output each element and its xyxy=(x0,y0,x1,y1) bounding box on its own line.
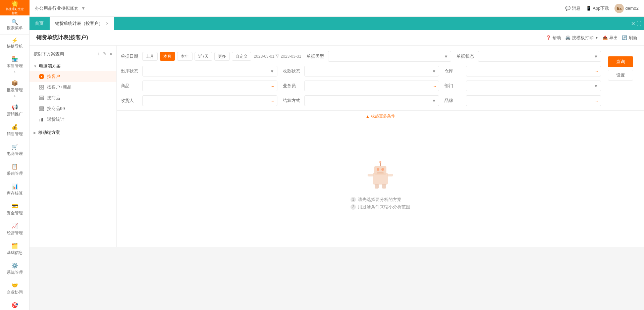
basics-icon: 🗂️ xyxy=(11,243,18,249)
help-button[interactable]: ❓ 帮助 xyxy=(546,35,561,41)
brand-input[interactable]: ··· xyxy=(466,95,601,106)
app-download-label: App下载 xyxy=(593,5,609,11)
sidebar-item-marketing[interactable]: 📢 营销推广 xyxy=(0,101,29,120)
tab-maximize-icon[interactable]: ⛶ xyxy=(637,21,641,26)
settlement-arrow: ▼ xyxy=(432,98,436,103)
logo-icon: 🌟 xyxy=(11,0,18,7)
scheme-edit-icon[interactable]: ✎ xyxy=(103,51,107,57)
date-label: 单据日期 xyxy=(121,53,140,59)
receiver-input[interactable]: ··· xyxy=(142,95,277,106)
date-btn-this-year[interactable]: 本年 xyxy=(177,52,193,61)
doc-type-arrow: ▼ xyxy=(444,54,448,59)
filter-field-receipt-status: 收款状态 ▼ xyxy=(283,66,439,76)
sidebar-item-retail[interactable]: 🏪 零售管理 ▲ xyxy=(0,52,29,76)
date-btn-last-month[interactable]: 上月 xyxy=(142,52,158,61)
export-button[interactable]: 📤 导出 xyxy=(602,35,618,41)
message-button[interactable]: 💬 消息 xyxy=(565,5,581,11)
sidebar-item-sales[interactable]: 💰 销售管理 xyxy=(0,120,29,140)
suite-dropdown-arrow[interactable]: ▼ xyxy=(81,6,86,11)
scheme-item-by-goods-99[interactable]: 按商品99 xyxy=(30,103,116,114)
scheme-group-mobile-title[interactable]: ▶ 移动端方案 xyxy=(30,127,116,138)
print-dropdown-arrow[interactable]: ▼ xyxy=(595,36,598,40)
scheme-collapse-icon[interactable]: « xyxy=(110,51,112,57)
collapse-bar[interactable]: ▲ 收起更多条件 xyxy=(117,110,644,122)
date-btn-custom[interactable]: 自定义 xyxy=(232,52,251,61)
goods-input[interactable]: ··· xyxy=(142,81,277,91)
scheme-add-icon[interactable]: + xyxy=(97,51,100,57)
doc-status-input[interactable]: ▼ xyxy=(478,51,601,62)
sidebar-label-ecommerce: 电商管理 xyxy=(7,151,23,157)
by-customer-goods-icon xyxy=(39,85,44,90)
warehouse-input[interactable]: ··· xyxy=(466,66,601,76)
user-menu[interactable]: Ea demo2 xyxy=(614,4,639,13)
sidebar-item-purchase[interactable]: 📋 采购管理 xyxy=(0,160,29,180)
sidebar: 🌟 畅捷通好生意 标版 🔍 搜索菜单 ⚡ 快捷导航 🏪 零售管理 ▲ 📦 批发管… xyxy=(0,0,30,310)
date-btn-more[interactable]: 更多 xyxy=(214,52,230,61)
out-status-input[interactable]: ▼ xyxy=(142,66,277,76)
date-btn-this-month[interactable]: 本月 xyxy=(160,52,175,61)
by-customer-icon: ● xyxy=(39,74,44,79)
sidebar-item-inventory[interactable]: 📊 库存核算 xyxy=(0,180,29,200)
refresh-button[interactable]: 🔄 刷新 xyxy=(622,35,637,41)
svg-rect-14 xyxy=(374,166,386,175)
refresh-icon: 🔄 xyxy=(622,35,627,40)
sidebar-item-enterprise[interactable]: 🤝 企业协同 xyxy=(0,279,29,299)
receipt-status-input[interactable]: ▼ xyxy=(304,66,439,76)
query-button[interactable]: 查询 xyxy=(608,56,633,67)
sidebar-item-operation[interactable]: 📈 经营管理 xyxy=(0,219,29,239)
tab-sales-stats[interactable]: 销货单统计表（按客户） ✕ xyxy=(50,17,114,30)
filter-field-warehouse: 仓库 ··· xyxy=(444,66,601,76)
svg-rect-12 xyxy=(42,118,43,121)
svg-point-15 xyxy=(377,168,379,171)
print-label: 按模板打印 xyxy=(572,35,594,41)
svg-rect-5 xyxy=(40,98,44,99)
salesman-label: 业务员 xyxy=(283,83,302,89)
brand-dots: ··· xyxy=(594,98,598,103)
empty-hint-2: 2 用过滤条件来缩小分析范围 xyxy=(351,204,410,210)
user-name: demo2 xyxy=(625,6,639,11)
sidebar-item-system[interactable]: ⚙️ 系统管理 xyxy=(0,259,29,279)
settlement-input[interactable]: ▼ xyxy=(304,95,439,106)
scheme-group-desktop-title[interactable]: ▼ 电脑端方案 xyxy=(30,61,116,71)
salesman-input[interactable]: ··· xyxy=(304,81,439,91)
mobile-group-label: 移动端方案 xyxy=(38,130,60,136)
sidebar-item-ecommerce[interactable]: 🛒 电商管理 xyxy=(0,140,29,160)
top-header: 办公用品行业模拟账套 ▼ 💬 消息 📱 App下载 Ea demo2 xyxy=(30,0,644,17)
tab-close-all-icon[interactable]: ✕ xyxy=(631,20,635,27)
sidebar-item-newbie[interactable]: 🎯 新手引导 xyxy=(0,299,29,310)
salesman-dots: ··· xyxy=(433,84,436,89)
svg-rect-9 xyxy=(40,110,44,111)
tab-close-icon[interactable]: ✕ xyxy=(106,21,109,26)
quick-nav[interactable]: ⚡ 快捷导航 xyxy=(0,35,29,52)
hint-text-1: 请先选择要分析的方案 xyxy=(358,197,401,203)
scheme-item-by-customer-goods[interactable]: 按客户+商品 xyxy=(30,82,116,93)
out-status-arrow: ▼ xyxy=(270,69,274,74)
date-btn-last-7days[interactable]: 近7天 xyxy=(195,52,212,61)
doc-type-input[interactable]: ▼ xyxy=(328,51,451,62)
search-menu[interactable]: 🔍 搜索菜单 xyxy=(0,15,29,35)
sidebar-item-wholesale[interactable]: 📦 批发管理 ▲ xyxy=(0,76,29,101)
return-stats-label: 退货统计 xyxy=(47,116,64,122)
inventory-icon: 📊 xyxy=(11,183,18,190)
app-download-button[interactable]: 📱 App下载 xyxy=(586,5,609,11)
filter-row-4: 收货人 ··· 结算方式 ▼ xyxy=(121,95,601,106)
scheme-item-by-customer[interactable]: ● 按客户 xyxy=(30,71,116,82)
scheme-item-return-stats[interactable]: 退货统计 xyxy=(30,114,116,125)
settings-button[interactable]: 设置 xyxy=(608,70,633,81)
sidebar-item-basics[interactable]: 🗂️ 基础信息 xyxy=(0,239,29,259)
empty-hints: 1 请先选择要分析的方案 2 用过滤条件来缩小分析范围 xyxy=(351,197,410,211)
svg-rect-4 xyxy=(40,96,44,97)
newbie-icon: 🎯 xyxy=(11,302,18,308)
sidebar-item-finance[interactable]: 💳 资金管理 xyxy=(0,200,29,219)
return-stats-icon xyxy=(39,117,44,122)
desktop-group-label: 电脑端方案 xyxy=(39,63,61,69)
ecommerce-icon: 🛒 xyxy=(11,144,18,150)
print-button[interactable]: 🖨️ 按模板打印 ▼ xyxy=(565,35,598,41)
scheme-item-by-goods[interactable]: 按商品 xyxy=(30,93,116,103)
warehouse-dots: ··· xyxy=(594,69,598,74)
svg-rect-20 xyxy=(368,174,374,176)
page-header: 销货单统计表(按客户) ❓ 帮助 🖨️ 按模板打印 ▼ 📤 导出 🔄 刷新 xyxy=(30,30,644,46)
filter-section: 单据日期 上月 本月 本年 近7天 更多 自定义 2023-03-01 至 20… xyxy=(117,46,644,110)
tab-home[interactable]: 首页 xyxy=(30,17,49,30)
department-input[interactable]: ▼ xyxy=(466,81,601,91)
